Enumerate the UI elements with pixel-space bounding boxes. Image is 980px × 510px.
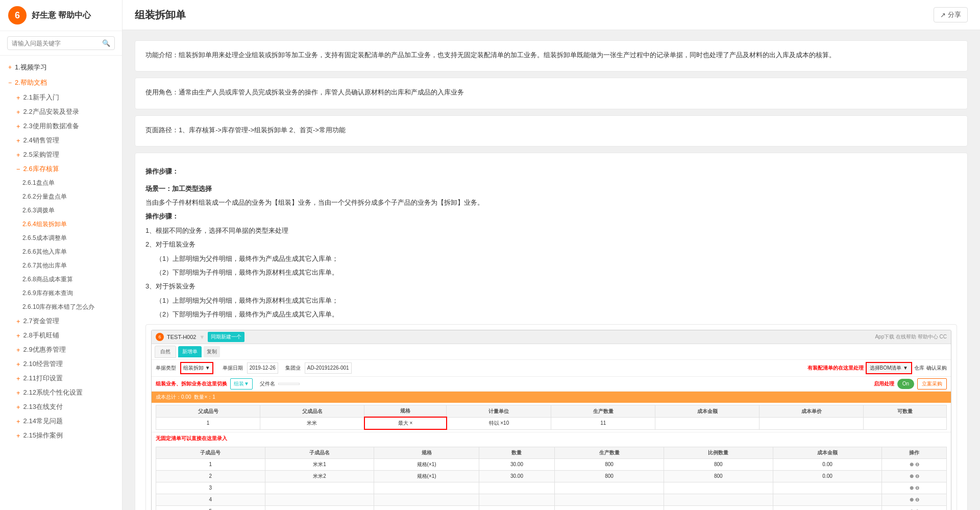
search-box: 🔍: [7, 36, 115, 50]
sidebar-item-video[interactable]: + 1.视频学习: [0, 60, 122, 75]
sidebar-item-coupon[interactable]: + 2.9优惠券管理: [0, 343, 122, 357]
plus-icon-ops: +: [16, 360, 20, 368]
step2-sub1: （1）上部明细为父件明细，最终作为产成品生成其它入库单；: [156, 253, 957, 264]
sidebar-item-transfer[interactable]: 2.6.3调拨单: [0, 204, 122, 217]
plus-icon-customize: +: [16, 389, 20, 397]
app-logo-icon: 6: [156, 333, 164, 341]
app-type-toggle[interactable]: 组装▼: [230, 378, 253, 390]
app-form-header: 单据类型 组装拆卸 ▼ 单据日期 2019-12-26 集团业 AD-20191…: [152, 360, 951, 377]
app-lower-table: 子成品号 子成品名 规格 数量 生产数量 比例数量 成本金额 操作: [156, 447, 947, 510]
app-tab-bar: 自然 新增单 复制: [152, 344, 951, 360]
lower-table-row5: 5 ⊕ ⊖: [156, 506, 947, 510]
sidebar-item-other-in[interactable]: 2.6.6其他入库单: [0, 245, 122, 259]
app-form-row2: 组装业务、拆卸业务在这里切换 组装▼ 父件名 启用处理 On 立案采购: [152, 377, 951, 392]
share-icon: ↗: [940, 11, 946, 19]
step3-sub2: （2）下部明细为子件明细，最终作为产成品生成其它入库单。: [156, 308, 957, 320]
sidebar-item-docs[interactable]: − 2.帮助文档: [0, 75, 122, 90]
logo-text: 好生意 帮助中心: [32, 10, 91, 21]
intro-text: 功能介绍：组装拆卸单用来处理企业组装或拆卸等加工业务，支持有固定装配清单的产品加…: [145, 49, 957, 61]
sidebar-item-assembly[interactable]: 2.6.4组装拆卸单: [0, 217, 122, 231]
annotation-enable: 启用处理: [874, 379, 894, 388]
sidebar-item-install[interactable]: + 2.2产品安装及登录: [0, 105, 122, 119]
sidebar-item-stock-error[interactable]: 2.6.10库存账本错了怎么办: [0, 300, 122, 314]
step2-sub2: （2）下部明细为子件明细，最终作为原材料生成其它出库单。: [156, 266, 957, 278]
app-titlebar: 6 TEST-H002 ▼ 同期新建一个 App下载 在线帮助 帮助中心 CC: [152, 330, 951, 344]
app-title-left: 6 TEST-H002 ▼ 同期新建一个: [156, 332, 244, 342]
plus-icon-purchase: +: [16, 151, 20, 159]
sidebar-item-stocktake[interactable]: 2.6.1盘点单: [0, 176, 122, 190]
role-card: 使用角色：通常由生产人员或库管人员完成拆装业务的操作，库管人员确认原材料的出库和…: [135, 78, 968, 109]
plus-icon-cases: +: [16, 432, 20, 440]
sidebar-item-mobile[interactable]: + 2.8手机旺铺: [0, 328, 122, 343]
path-text: 页面路径：1、库存核算->库存管理->组装拆卸单 2、首页->常用功能: [145, 124, 957, 136]
sidebar-item-online-pay[interactable]: + 2.13在线支付: [0, 400, 122, 414]
minus-icon-inventory: −: [16, 165, 20, 173]
sidebar-item-cases[interactable]: + 2.15操作案例: [0, 428, 122, 443]
app-lower-table-label: 无固定清单可以直接在这里录入: [152, 432, 951, 445]
scene1-steps-label: 操作步骤：: [145, 210, 957, 222]
app-form-type-row: 组装业务、拆卸业务在这里切换 组装▼ 父件名: [156, 378, 300, 390]
sidebar-item-cost-calc[interactable]: 2.6.8商品成本重算: [0, 273, 122, 286]
app-tab-new[interactable]: 新增单: [178, 346, 202, 357]
sidebar-item-purchase[interactable]: + 2.5采购管理: [0, 148, 122, 162]
sidebar-item-inventory[interactable]: − 2.6库存核算: [0, 162, 122, 176]
app-switch-area: 启用处理 On 立案采购: [874, 378, 947, 390]
collapse-icon-docs: −: [8, 79, 12, 86]
plus-icon-faq: +: [16, 418, 20, 425]
app-confirm-btn[interactable]: 立案采购: [917, 378, 947, 390]
sidebar-item-faq[interactable]: + 2.14常见问题: [0, 414, 122, 428]
plus-icon-sales: +: [16, 137, 20, 144]
app-lower-table-area: 子成品号 子成品名 规格 数量 生产数量 比例数量 成本金额 操作: [152, 445, 951, 510]
step2-text: 2、对于组装业务: [145, 238, 957, 250]
lower-table-row1: 1 米米1 规格(×1) 30.00 800 800 0.00 ⊕ ⊖: [156, 459, 947, 471]
page-title: 组装拆卸单: [135, 8, 186, 22]
sidebar-item-data-prep[interactable]: + 2.3使用前数据准备: [0, 119, 122, 133]
screenshot-area: 6 TEST-H002 ▼ 同期新建一个 App下载 在线帮助 帮助中心 CC …: [145, 324, 957, 510]
content-area: 功能介绍：组装拆卸单用来处理企业组装或拆卸等加工业务，支持有固定装配清单的产品加…: [122, 30, 980, 510]
app-action-bar: 成本总计：0.00 数量×：1: [152, 392, 951, 403]
search-area: 🔍: [0, 31, 122, 56]
annotation-bom: 有装配清单的在这里处理: [807, 363, 864, 373]
step3-text: 3、对于拆装业务: [145, 280, 957, 292]
search-icon[interactable]: 🔍: [102, 39, 110, 47]
app-bom-select[interactable]: 选择BOM清单 ▼: [866, 362, 912, 374]
upper-table-row1: 1 米米 最大 × 特以 ×10 11: [156, 417, 947, 429]
app-refresh-btn[interactable]: 同期新建一个: [208, 332, 244, 342]
step1-text: 1、根据不同的业务，选择不同单据的类型来处理: [145, 225, 957, 236]
sidebar-item-cost-adjust[interactable]: 2.6.5成本调整单: [0, 231, 122, 245]
sidebar-item-sales[interactable]: + 2.4销售管理: [0, 133, 122, 148]
plus-icon-fund: +: [16, 318, 20, 325]
app-title-right: App下载 在线帮助 帮助中心 CC: [875, 332, 947, 342]
app-upper-table: 父成品号 父成品名 规格 计量单位 生产数量 成本金额 成本单价 可数量: [156, 405, 947, 430]
scene1-desc: 当由多个子件材料组装成一个成品的业务为【组装】业务，当由一个父件拆分成多个子产品…: [145, 197, 957, 208]
nav-tree: + 1.视频学习 − 2.帮助文档 + 2.1新手入门 + 2.2产品安装及登录…: [0, 56, 122, 510]
app-type-select[interactable]: 组装拆卸 ▼: [180, 362, 213, 374]
sidebar-item-newcomer[interactable]: + 2.1新手入门: [0, 90, 122, 105]
sidebar-item-fund[interactable]: + 2.7资金管理: [0, 314, 122, 328]
app-form-row-right: 有装配清单的在这里处理 选择BOM清单 ▼ 仓库 确认采购: [807, 362, 947, 374]
top-bar: 组装拆卸单 ↗ 分享: [122, 0, 980, 30]
switch-on-badge[interactable]: On: [897, 379, 914, 389]
sidebar: 6 好生意 帮助中心 🔍 + 1.视频学习 − 2.帮助文档 + 2.1新手入门…: [0, 0, 122, 510]
sidebar-item-print[interactable]: + 2.11打印设置: [0, 371, 122, 385]
scene1-title: 场景一：加工类型选择: [145, 183, 957, 195]
sidebar-item-partial-stock[interactable]: 2.6.2分量盘点单: [0, 190, 122, 204]
app-tab-copy[interactable]: 复制: [204, 346, 220, 357]
steps-label: 操作步骤：: [145, 165, 957, 177]
sidebar-item-stock-query[interactable]: 2.6.9库存账本查询: [0, 286, 122, 300]
expand-icon-video: +: [8, 64, 12, 71]
share-button[interactable]: ↗ 分享: [934, 7, 968, 22]
plus-icon-print: +: [16, 375, 20, 382]
annotation-switch: 组装业务、拆卸业务在这里切换: [156, 379, 227, 388]
plus-icon-mobile: +: [16, 332, 20, 339]
plus-icon-coupon: +: [16, 346, 20, 354]
sidebar-item-other-out[interactable]: 2.6.7其他出库单: [0, 259, 122, 273]
sidebar-item-ops[interactable]: + 2.10经营管理: [0, 357, 122, 371]
sidebar-item-customize[interactable]: + 2.12系统个性化设置: [0, 385, 122, 400]
app-screenshot: 6 TEST-H002 ▼ 同期新建一个 App下载 在线帮助 帮助中心 CC …: [151, 330, 951, 510]
annotation-free-input: 无固定清单可以直接在这里录入: [156, 435, 227, 441]
app-tab-home[interactable]: 自然: [155, 346, 176, 358]
lower-table-row3: 3 ⊕ ⊖: [156, 482, 947, 494]
role-text: 使用角色：通常由生产人员或库管人员完成拆装业务的操作，库管人员确认原材料的出库和…: [145, 86, 957, 98]
search-input[interactable]: [12, 40, 102, 47]
